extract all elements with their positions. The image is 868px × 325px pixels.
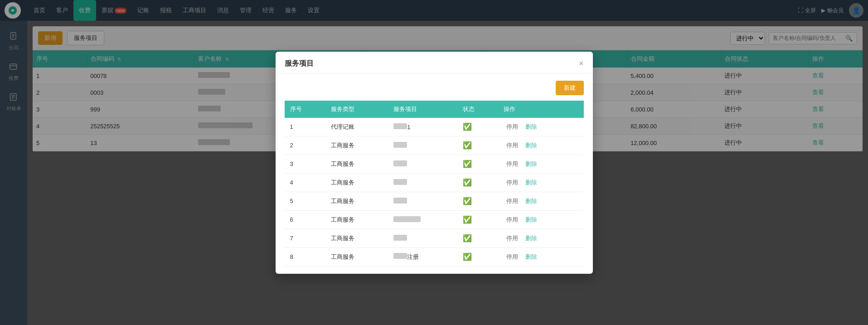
modal-cell-status: ✅ [457,155,499,173]
modal-cell-item [388,136,457,155]
modal-cell-action: 停用 删除 [498,118,583,136]
modal-th-seq: 序号 [285,101,326,118]
status-check-icon: ✅ [463,141,472,149]
modal-cell-item: 注册 [388,247,457,266]
modal-cell-action: 停用 删除 [498,247,583,266]
delete-button[interactable]: 删除 [523,252,540,262]
modal-th-item: 服务项目 [388,101,457,118]
modal-th-status: 状态 [457,101,499,118]
modal-cell-type: 工商服务 [325,247,388,266]
modal-body: 新建 序号 服务类型 服务项目 状态 操作 1 代理记账 1 ✅ 停用 [276,73,593,274]
modal-cell-seq: 2 [285,136,326,155]
stop-button[interactable]: 停用 [504,141,521,150]
modal-cell-status: ✅ [457,173,499,192]
modal-cell-status: ✅ [457,247,499,266]
modal-cell-seq: 3 [285,155,326,173]
modal-cell-type: 工商服务 [325,210,388,229]
service-table-row: 1 代理记账 1 ✅ 停用 删除 [285,118,584,136]
modal-cell-seq: 1 [285,118,326,136]
modal-cell-status: ✅ [457,210,499,229]
modal-cell-seq: 6 [285,210,326,229]
stop-button[interactable]: 停用 [504,215,521,225]
modal-cell-item [388,192,457,210]
modal-cell-type: 工商服务 [325,136,388,155]
create-service-button[interactable]: 新建 [556,81,584,95]
modal-title: 服务项目 [285,59,314,68]
status-check-icon: ✅ [463,123,472,131]
status-check-icon: ✅ [463,234,472,242]
modal-cell-item [388,173,457,192]
service-table-row: 5 工商服务 ✅ 停用 删除 [285,192,584,210]
modal-cell-status: ✅ [457,192,499,210]
modal-table-header: 序号 服务类型 服务项目 状态 操作 [285,101,584,118]
delete-button[interactable]: 删除 [523,122,540,132]
status-check-icon: ✅ [463,253,472,261]
stop-button[interactable]: 停用 [504,252,521,262]
service-modal: 服务项目 × 新建 序号 服务类型 服务项目 状态 操作 1 代理记账 [276,52,593,274]
modal-cell-action: 停用 删除 [498,173,583,192]
delete-button[interactable]: 删除 [523,215,540,225]
modal-cell-status: ✅ [457,229,499,247]
modal-cell-item [388,155,457,173]
stop-button[interactable]: 停用 [504,122,521,132]
modal-header: 服务项目 × [276,52,593,73]
modal-cell-item [388,210,457,229]
delete-button[interactable]: 删除 [523,178,540,188]
status-check-icon: ✅ [463,179,472,186]
modal-cell-action: 停用 删除 [498,210,583,229]
modal-cell-seq: 5 [285,192,326,210]
service-table-row: 2 工商服务 ✅ 停用 删除 [285,136,584,155]
modal-cell-item [388,229,457,247]
service-table-row: 3 工商服务 ✅ 停用 删除 [285,155,584,173]
modal-cell-type: 工商服务 [325,155,388,173]
modal-cell-action: 停用 删除 [498,192,583,210]
service-table-row: 6 工商服务 ✅ 停用 删除 [285,210,584,229]
status-check-icon: ✅ [463,197,472,205]
modal-close-button[interactable]: × [579,59,584,68]
service-table-row: 8 工商服务 注册 ✅ 停用 删除 [285,247,584,266]
modal-toolbar: 新建 [285,81,584,95]
modal-th-action: 操作 [498,101,583,118]
delete-button[interactable]: 删除 [523,196,540,206]
status-check-icon: ✅ [463,216,472,223]
modal-cell-action: 停用 删除 [498,136,583,155]
modal-cell-type: 工商服务 [325,173,388,192]
modal-cell-seq: 7 [285,229,326,247]
modal-cell-type: 工商服务 [325,229,388,247]
modal-cell-seq: 4 [285,173,326,192]
modal-cell-action: 停用 删除 [498,229,583,247]
modal-th-type: 服务类型 [325,101,388,118]
modal-cell-item: 1 [388,118,457,136]
delete-button[interactable]: 删除 [523,233,540,243]
delete-button[interactable]: 删除 [523,159,540,169]
modal-cell-action: 停用 删除 [498,155,583,173]
modal-cell-status: ✅ [457,136,499,155]
modal-cell-status: ✅ [457,118,499,136]
stop-button[interactable]: 停用 [504,178,521,188]
service-table: 序号 服务类型 服务项目 状态 操作 1 代理记账 1 ✅ 停用 删除 2 工商… [285,101,584,267]
modal-cell-type: 代理记账 [325,118,388,136]
stop-button[interactable]: 停用 [504,233,521,243]
status-check-icon: ✅ [463,160,472,168]
delete-button[interactable]: 删除 [523,141,540,150]
modal-cell-seq: 8 [285,247,326,266]
stop-button[interactable]: 停用 [504,159,521,169]
modal-overlay: 服务项目 × 新建 序号 服务类型 服务项目 状态 操作 1 代理记账 [0,0,868,325]
modal-cell-type: 工商服务 [325,192,388,210]
stop-button[interactable]: 停用 [504,196,521,206]
service-table-row: 4 工商服务 ✅ 停用 删除 [285,173,584,192]
service-table-row: 7 工商服务 ✅ 停用 删除 [285,229,584,247]
